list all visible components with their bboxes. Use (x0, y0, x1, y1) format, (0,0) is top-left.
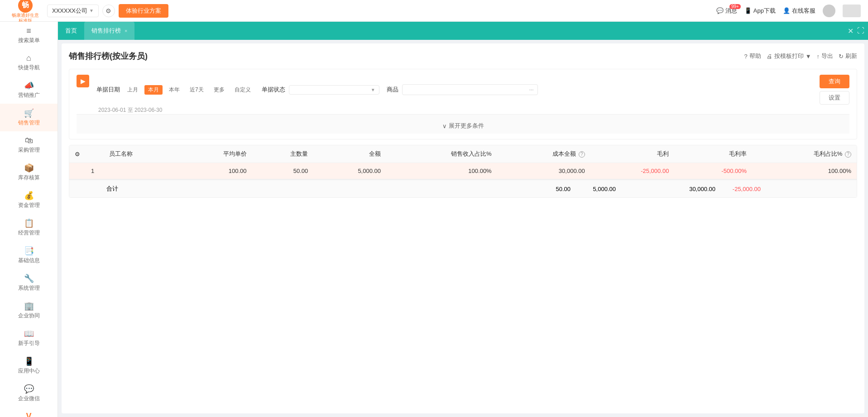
cost-hint-icon[interactable]: ? (579, 151, 585, 158)
th-qty: 主数量 (252, 145, 314, 163)
sidebar-item-wechat[interactable]: 💬 企业微信 (0, 379, 58, 407)
goods-input[interactable]: ··· (402, 84, 538, 95)
print-arrow-icon: ▼ (806, 53, 811, 60)
brand-logo: 畅 畅康通好生意 标准版 (7, 0, 43, 24)
status-filter: 单据状态 ▼ (262, 85, 379, 95)
settings-button[interactable]: 设置 (820, 91, 849, 105)
sidebar-item-sales[interactable]: 🛒 销售管理 (0, 104, 58, 131)
help-button[interactable]: ? 帮助 (744, 52, 761, 60)
filter-toggle-arrow[interactable]: ▶ (77, 75, 89, 87)
sidebar-item-search-order[interactable]: ≡ 搜索菜单 (0, 22, 58, 49)
th-rank (86, 145, 104, 163)
quick-nav-icon: ⌂ (26, 53, 31, 63)
sidebar-item-label: 快捷导航 (18, 64, 40, 72)
status-select[interactable]: ▼ (289, 85, 379, 95)
sidebar-item-finance[interactable]: 💰 资金管理 (0, 186, 58, 214)
app-download-link[interactable]: 📱 App下载 (744, 7, 776, 15)
date-btn-more[interactable]: 更多 (210, 85, 228, 95)
user-name-display (843, 5, 861, 17)
footer-total-label: 合计 (106, 185, 484, 193)
sidebar-item-label: 经营管理 (18, 229, 40, 237)
tab-close-all-icon[interactable]: ✕ (848, 27, 854, 35)
date-btn-custom[interactable]: 自定义 (231, 85, 254, 95)
tab-close-icon[interactable]: × (125, 28, 127, 34)
basic-info-icon: 📑 (24, 246, 34, 256)
help-label: 帮助 (749, 52, 761, 60)
date-buttons: 上月 本月 本年 近7天 更多 自定义 (124, 85, 254, 95)
sidebar-item-marketing[interactable]: 📣 营销推广 (0, 76, 58, 104)
newbie-icon: 📖 (24, 329, 34, 339)
date-btn-year[interactable]: 本年 (165, 85, 183, 95)
print-button[interactable]: 🖨 按模板打印 ▼ (767, 52, 811, 60)
th-sales-pct: 销售收入占比% (386, 145, 497, 163)
date-filter: 单据日期 上月 本月 本年 近7天 更多 自定义 (96, 85, 254, 95)
th-settings[interactable]: ⚙ (69, 145, 86, 163)
trial-button[interactable]: 体验行业方案 (119, 4, 168, 18)
td-rank: 1 (86, 163, 104, 179)
table-row: 1 100.00 50.00 5,000.00 100.00% 30,000.0… (69, 163, 857, 179)
brand-icon: 畅 (18, 0, 33, 13)
print-label: 按模板打印 (774, 52, 804, 60)
purchase-icon: 🛍 (25, 136, 33, 145)
expand-more-btn[interactable]: ∨ 展开更多条件 (80, 122, 846, 130)
td-gross-pct: 100.00% (752, 163, 857, 179)
footer-cost: 30,000.00 (670, 186, 715, 192)
operations-icon: 📋 (24, 218, 34, 228)
sidebar-item-enterprise[interactable]: 🏢 企业协同 (0, 297, 58, 324)
print-icon: 🖨 (767, 53, 772, 60)
refresh-button[interactable]: ↻ 刷新 (839, 52, 857, 60)
footer-gross: -25,000.00 (715, 186, 761, 192)
tab-maximize-icon[interactable]: ⛶ (857, 27, 864, 35)
app-center-icon: 📱 (24, 356, 34, 366)
tab-sales-ranking-label: 销售排行榜 (91, 27, 121, 35)
sidebar-item-operations[interactable]: 📋 经营管理 (0, 214, 58, 241)
date-btn-prev-month[interactable]: 上月 (124, 85, 142, 95)
avatar[interactable] (823, 5, 835, 17)
expand-more-row: ∨ 展开更多条件 (77, 114, 849, 134)
td-gross-rate: -500.00% (674, 163, 752, 179)
sidebar: ≡ 搜索菜单 ⌂ 快捷导航 📣 营销推广 🛒 销售管理 🛍 采购管理 📦 库 (0, 22, 58, 417)
export-button[interactable]: ↑ 导出 (817, 52, 834, 60)
th-gross-pct: 毛利占比% ? (752, 145, 857, 163)
settings-icon[interactable]: ⚙ (102, 5, 115, 17)
notification-badge: 99+ (729, 4, 741, 9)
bell-icon: 💬 (716, 7, 724, 14)
gross-pct-hint-icon[interactable]: ? (845, 151, 851, 158)
footer-qty: 50.00 (530, 186, 571, 192)
company-name: XXXXXX公司 (52, 7, 87, 15)
tab-home[interactable]: 首页 (58, 22, 84, 40)
tab-sales-ranking[interactable]: 销售排行榜 × (84, 22, 134, 40)
th-gross-rate: 毛利率 (674, 145, 752, 163)
status-filter-label: 单据状态 (262, 86, 285, 94)
td-qty: 50.00 (252, 163, 314, 179)
sidebar-item-system[interactable]: 🔧 系统管理 (0, 269, 58, 297)
online-support-link[interactable]: 👤 在线客服 (783, 7, 815, 15)
marketing-icon: 📣 (24, 81, 34, 91)
sidebar-item-app-center[interactable]: 📱 应用中心 (0, 352, 58, 379)
refresh-icon: ↻ (839, 53, 844, 60)
filter-bar: ▶ 单据日期 上月 本月 本年 (69, 69, 857, 139)
date-btn-7days[interactable]: 近7天 (186, 85, 207, 95)
company-selector[interactable]: XXXXXX公司 ▼ (47, 5, 99, 17)
sales-ranking-table: ⚙ 员工名称 平均单价 主数量 全额 销售收入占比% 成本全额 (69, 145, 857, 179)
sidebar-item-basic-info[interactable]: 📑 基础信息 (0, 241, 58, 269)
wechat-icon: 💬 (24, 384, 34, 394)
sidebar-item-inventory[interactable]: 📦 库存核算 (0, 158, 58, 186)
goods-filter-label: 商品 (387, 86, 398, 94)
export-icon: ↑ (817, 53, 820, 60)
sidebar-item-label: 资金管理 (18, 201, 40, 209)
sidebar-item-purchase[interactable]: 🛍 采购管理 (0, 131, 58, 158)
sidebar-item-newbie[interactable]: 📖 新手引导 (0, 324, 58, 352)
tab-home-label: 首页 (65, 27, 77, 35)
notification-bell[interactable]: 💬 消息 99+ (716, 7, 737, 15)
system-icon: 🔧 (24, 273, 34, 283)
sidebar-item-label: 营销推广 (18, 91, 40, 99)
td-cost: 30,000.00 (497, 163, 590, 179)
table-container: ⚙ 员工名称 平均单价 主数量 全额 销售收入占比% 成本全额 (69, 145, 857, 198)
date-btn-current-month[interactable]: 本月 (144, 85, 163, 95)
query-button[interactable]: 查询 (820, 75, 849, 88)
sidebar-item-quick-nav[interactable]: ⌂ 快捷导航 (0, 49, 58, 76)
finance-icon: 💰 (24, 191, 34, 201)
td-gross: -25,000.00 (590, 163, 675, 179)
sidebar-item-member[interactable]: V 畅会员 (0, 407, 58, 417)
